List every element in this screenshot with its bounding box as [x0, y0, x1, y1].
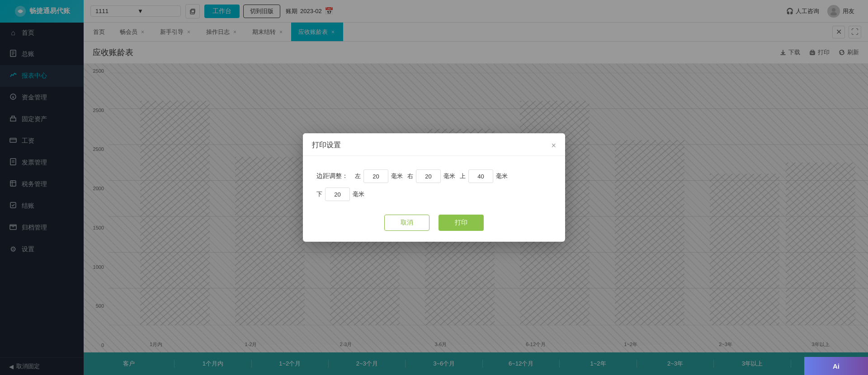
dialog-body: 边距调整： 左 毫米 右 毫米 上 毫米 下 — [303, 156, 565, 210]
ai-badge-label: Ai — [833, 362, 840, 370]
dialog-header: 打印设置 × — [303, 133, 565, 156]
bottom-margin-input[interactable] — [325, 188, 350, 201]
left-margin-group: 左 毫米 — [355, 169, 403, 183]
dialog-footer: 取消 打印 — [303, 210, 565, 242]
margin-adjust-label: 边距调整： — [316, 172, 348, 180]
left-label: 左 — [355, 172, 361, 180]
left-unit: 毫米 — [391, 172, 403, 180]
right-label: 右 — [407, 172, 413, 180]
bottom-margin-group: 下 毫米 — [316, 188, 364, 201]
print-dialog: 打印设置 × 边距调整： 左 毫米 右 毫米 上 毫米 — [303, 133, 565, 242]
bottom-unit: 毫米 — [353, 190, 364, 198]
right-margin-input[interactable] — [416, 169, 441, 183]
print-confirm-button[interactable]: 打印 — [439, 215, 484, 231]
ai-badge[interactable]: Ai — [804, 357, 868, 375]
top-unit: 毫米 — [496, 172, 508, 180]
right-unit: 毫米 — [443, 172, 455, 180]
modal-overlay: 打印设置 × 边距调整： 左 毫米 右 毫米 上 毫米 — [0, 0, 868, 375]
top-label: 上 — [460, 172, 466, 180]
dialog-title: 打印设置 — [312, 141, 341, 150]
right-margin-group: 右 毫米 — [407, 169, 455, 183]
cancel-button[interactable]: 取消 — [384, 215, 429, 231]
dialog-close-button[interactable]: × — [551, 141, 556, 150]
bottom-label: 下 — [316, 190, 322, 198]
margin-row: 边距调整： 左 毫米 右 毫米 上 毫米 下 — [316, 169, 552, 201]
top-margin-group: 上 毫米 — [460, 169, 508, 183]
left-margin-input[interactable] — [363, 169, 388, 183]
top-margin-input[interactable] — [468, 169, 493, 183]
